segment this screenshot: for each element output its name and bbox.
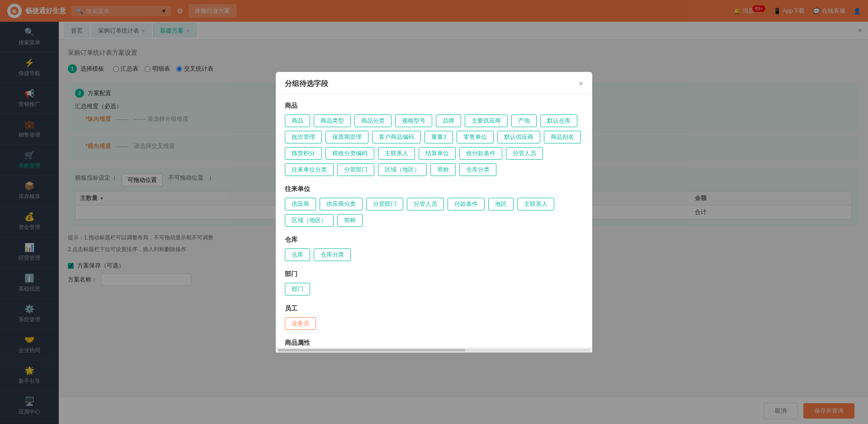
field-weight[interactable]: 重量3 bbox=[425, 131, 453, 143]
employee-grid: 业务员 bbox=[285, 317, 583, 330]
field-settle-unit[interactable]: 结算单位 bbox=[419, 147, 456, 160]
field-payment-terms[interactable]: 收付款条件 bbox=[459, 147, 502, 160]
field-expiry[interactable]: 保质期管理 bbox=[326, 131, 368, 143]
hscroll-thumb[interactable] bbox=[278, 349, 465, 352]
field-supplier[interactable]: 供应商 bbox=[285, 198, 316, 210]
field-spec-model[interactable]: 规格型号 bbox=[395, 114, 432, 127]
field-product[interactable]: 商品 bbox=[285, 114, 310, 127]
field-product-type[interactable]: 商品类型 bbox=[314, 114, 351, 127]
field-contact2[interactable]: 主联系人 bbox=[517, 198, 554, 210]
field-dept2[interactable]: 分管部门 bbox=[366, 198, 403, 210]
field-default-warehouse[interactable]: 默认仓库 bbox=[540, 114, 577, 127]
field-payment2[interactable]: 付款条件 bbox=[448, 198, 485, 210]
field-main-contact[interactable]: 主联系人 bbox=[378, 147, 415, 160]
warehouse-grid: 仓库 仓库分类 bbox=[285, 248, 583, 261]
field-supplier-category[interactable]: 供应商分类 bbox=[320, 198, 363, 210]
field-alias[interactable]: 商品别名 bbox=[544, 131, 581, 143]
section-partners-title: 往来单位 bbox=[285, 185, 583, 193]
section-partners: 往来单位 供应商 供应商分类 分管部门 分管人员 付款条件 地区 主联系人 区域… bbox=[285, 185, 583, 227]
section-products-title: 商品 bbox=[285, 102, 583, 110]
field-tax-code[interactable]: 税收分类编码 bbox=[326, 147, 374, 160]
field-origin[interactable]: 产地 bbox=[511, 114, 537, 127]
field-warehouse-cat[interactable]: 仓库分类 bbox=[459, 163, 496, 176]
field-supervisor2[interactable]: 分管人员 bbox=[407, 198, 444, 210]
field-abbr2[interactable]: 简称 bbox=[337, 214, 363, 227]
field-abbr[interactable]: 简称 bbox=[430, 163, 456, 176]
modal-hscroll[interactable] bbox=[276, 348, 592, 352]
field-partner-category[interactable]: 往来单位分类 bbox=[285, 163, 334, 176]
field-area[interactable]: 地区 bbox=[488, 198, 514, 210]
field-pick-points[interactable]: 拣货积分 bbox=[285, 147, 322, 160]
field-department[interactable]: 部门 bbox=[285, 283, 310, 295]
section-products: 商品 商品 商品类型 商品分类 规格型号 品牌 主要供应商 产地 默认仓库 批次… bbox=[285, 102, 583, 176]
modal-body[interactable]: 商品 商品 商品类型 商品分类 规格型号 品牌 主要供应商 产地 默认仓库 批次… bbox=[276, 95, 592, 348]
field-customer-code[interactable]: 客户商品编码 bbox=[372, 131, 421, 143]
field-brand[interactable]: 品牌 bbox=[436, 114, 461, 127]
section-employee: 员工 业务员 bbox=[285, 305, 583, 330]
section-employee-title: 员工 bbox=[285, 305, 583, 313]
modal-overlay[interactable]: 分组待选字段 × 商品 商品 商品类型 商品分类 规格型号 品牌 主要供应商 产… bbox=[0, 0, 868, 424]
section-warehouse-title: 仓库 bbox=[285, 236, 583, 244]
modal-close-btn[interactable]: × bbox=[578, 79, 583, 89]
partners-grid: 供应商 供应商分类 分管部门 分管人员 付款条件 地区 主联系人 区域（地区） … bbox=[285, 198, 583, 227]
modal: 分组待选字段 × 商品 商品 商品类型 商品分类 规格型号 品牌 主要供应商 产… bbox=[276, 72, 592, 353]
field-retail-unit[interactable]: 零售单位 bbox=[457, 131, 494, 143]
section-product-attr: 商品属性 属性 颜色 多规格 尺码 鞋码 1 bbox=[285, 339, 583, 348]
section-department-title: 部门 bbox=[285, 270, 583, 278]
hscroll-track bbox=[278, 349, 590, 352]
field-wh-category[interactable]: 仓库分类 bbox=[314, 248, 351, 261]
field-dept[interactable]: 分管部门 bbox=[337, 163, 374, 176]
modal-header: 分组待选字段 × bbox=[276, 72, 592, 95]
products-grid: 商品 商品类型 商品分类 规格型号 品牌 主要供应商 产地 默认仓库 批次管理 … bbox=[285, 114, 583, 176]
field-batch[interactable]: 批次管理 bbox=[285, 131, 322, 143]
field-supervisor[interactable]: 分管人员 bbox=[506, 147, 543, 160]
field-wh[interactable]: 仓库 bbox=[285, 248, 310, 261]
section-product-attr-title: 商品属性 bbox=[285, 339, 583, 347]
field-main-supplier[interactable]: 主要供应商 bbox=[465, 114, 508, 127]
modal-title: 分组待选字段 bbox=[285, 79, 328, 89]
field-region[interactable]: 区域（地区） bbox=[378, 163, 427, 176]
department-grid: 部门 bbox=[285, 283, 583, 295]
field-salesperson[interactable]: 业务员 bbox=[285, 317, 316, 330]
field-product-category[interactable]: 商品分类 bbox=[354, 114, 392, 127]
field-region2[interactable]: 区域（地区） bbox=[285, 214, 334, 227]
field-default-supplier[interactable]: 默认供应商 bbox=[497, 131, 540, 143]
section-department: 部门 部门 bbox=[285, 270, 583, 295]
section-warehouse: 仓库 仓库 仓库分类 bbox=[285, 236, 583, 261]
